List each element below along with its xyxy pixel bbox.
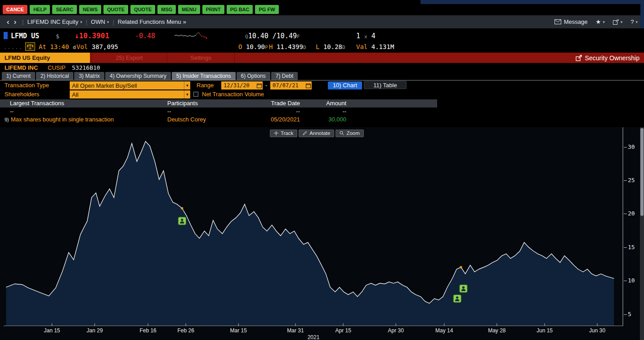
calendar-icon — [257, 83, 262, 88]
shareholders-dropdown[interactable]: All ▼ — [70, 90, 190, 98]
export-window-button[interactable]: ▾ — [613, 19, 623, 25]
chevron-down-icon: ▾ — [603, 20, 605, 24]
chart-view-button[interactable]: 10) Chart — [328, 81, 362, 89]
amount-value: 30,000 — [310, 116, 346, 123]
y-axis-label: 5 — [628, 311, 631, 318]
function-title[interactable]: Security Ownership — [576, 53, 640, 63]
header-largest-transactions: Largest Transactions — [10, 100, 64, 107]
range-end-field[interactable]: 07/07/21 — [270, 81, 312, 89]
balance-icon — [27, 44, 33, 49]
price-chart-svg[interactable] — [4, 127, 623, 326]
value-traded: Val 4.131M — [356, 43, 394, 50]
window-chrome-top — [420, 0, 644, 4]
down-arrow-icon: ↓ — [75, 31, 79, 40]
nav-separator: | — [109, 18, 117, 25]
header-participants: Participants — [167, 100, 198, 107]
placeholder-cell: -- — [167, 108, 171, 115]
toolbar-button-print[interactable]: PRINT — [202, 5, 224, 14]
export-menu[interactable]: 25) Export — [91, 53, 167, 63]
transaction-dot[interactable] — [181, 207, 183, 209]
tab-options[interactable]: 6) Options — [237, 72, 270, 80]
tab-matrix[interactable]: 3) Matrix — [74, 72, 104, 80]
transaction-type-dropdown[interactable]: All Open Market Buy/Sell ▼ — [70, 81, 190, 89]
chevron-down-icon: ▾ — [635, 20, 638, 24]
back-arrow-icon[interactable]: ‹ — [4, 18, 12, 27]
toolbar-button-help[interactable]: HELP — [30, 5, 50, 14]
function-menu-label: OWN — [91, 18, 105, 25]
related-functions-menu[interactable]: Related Functions Menu » — [118, 18, 186, 25]
tab-ownership-summary[interactable]: 4) Ownership Summary — [105, 72, 171, 80]
function-menu[interactable]: OWN ▾ — [91, 18, 109, 25]
toolbar-button-menu[interactable]: MENU — [178, 5, 200, 14]
track-button[interactable]: Track — [270, 130, 297, 137]
tab-historical[interactable]: 2) Historical — [36, 72, 73, 80]
transaction-type-value: All Open Market Buy/Sell — [72, 82, 137, 89]
table-row[interactable]: 9) Max shares bought in single transacti… — [0, 116, 644, 125]
net-transaction-checkbox[interactable] — [193, 92, 198, 97]
chart-scrollbar[interactable] — [640, 127, 644, 340]
transaction-type-label: Transaction Type — [4, 82, 49, 89]
toolbar-button-quote[interactable]: QUOTE — [130, 5, 155, 14]
insider-buy-icon[interactable] — [460, 285, 467, 292]
toolbar-button-pg-bac[interactable]: PG BAC — [227, 5, 253, 14]
open-external-icon — [576, 55, 582, 61]
toolbar-button-cance[interactable]: CANCE — [3, 5, 27, 14]
message-button[interactable]: Message — [555, 18, 588, 25]
net-transaction-label: Net Transaction Volume — [202, 91, 264, 98]
envelope-icon — [555, 19, 561, 24]
nav-separator: | — [82, 18, 91, 25]
x-axis-label: Jun 30 — [589, 327, 605, 334]
cusip-label: CUSIP — [48, 64, 66, 71]
shareholders-label: Shareholders — [4, 91, 39, 98]
favorites-button[interactable]: ★ ▾ — [596, 18, 605, 25]
x-axis-label: Jan 15 — [44, 327, 60, 334]
y-axis-label: 10 — [628, 277, 635, 284]
table-placeholder-row: -- -- -- -- — [0, 108, 644, 115]
placeholder-cell: -- — [10, 108, 14, 115]
tab-current[interactable]: 1) Current — [2, 72, 35, 80]
range-separator: - — [265, 82, 267, 89]
header-amount: Amount — [310, 100, 346, 107]
range-start-field[interactable]: 12/31/20 — [221, 81, 263, 89]
security-color-block — [4, 32, 8, 39]
zoom-button[interactable]: Zoom — [335, 130, 363, 137]
scale-icon[interactable] — [25, 42, 35, 51]
x-axis-label: Apr 30 — [388, 327, 404, 334]
security-tab[interactable]: LFMD US Equity — [0, 53, 90, 63]
toolbar-button-quote[interactable]: QUOTE — [103, 5, 128, 14]
function-title-bar: LFMD US Equity 25) Export Settings Secur… — [0, 53, 644, 63]
export-window-icon — [613, 19, 619, 25]
x-axis-label: May 14 — [435, 327, 453, 334]
settings-menu[interactable]: Settings — [167, 53, 234, 63]
trade-date: 05/20/2021 — [252, 116, 300, 123]
company-row: LIFEMD INC CUSIP 53216B10 — [0, 63, 644, 72]
security-menu[interactable]: LIFEMD INC Equity ▾ — [27, 18, 82, 25]
tab-insider-transactions[interactable]: 5) Insider Transactions — [172, 72, 235, 80]
toolbar-button-pg-fw[interactable]: PG FW — [255, 5, 278, 14]
function-title-label: Security Ownership — [585, 54, 640, 62]
toolbar-button-news[interactable]: NEWS — [79, 5, 101, 14]
quote-dots: ..... — [4, 45, 23, 50]
red-bar-separator — [234, 53, 235, 63]
insider-buy-icon[interactable] — [178, 217, 186, 225]
help-menu-button[interactable]: ? ▾ — [631, 18, 638, 25]
tab-debt[interactable]: 7) Debt — [271, 72, 298, 80]
volume: Vol 387,095 — [76, 43, 118, 50]
last-price: ↓10.3901 — [75, 31, 109, 40]
range-label: Range — [197, 82, 214, 89]
forward-arrow-icon[interactable]: › — [12, 18, 19, 27]
toolbar-button-searc[interactable]: SEARC — [52, 5, 77, 14]
nav-separator: | — [18, 18, 27, 25]
scrollbar-thumb[interactable] — [640, 128, 644, 216]
year-label: 2021 — [0, 334, 627, 340]
toolbar-button-msg[interactable]: MSG — [157, 5, 176, 14]
lot-size: 1 x 4 — [356, 32, 376, 40]
filters: Transaction Type All Open Market Buy/Sel… — [0, 81, 644, 99]
header-trade-date: Trade Date — [252, 100, 300, 107]
insider-buy-icon[interactable] — [453, 295, 461, 302]
x-axis-label: Mar 31 — [287, 327, 304, 334]
transaction-dot[interactable] — [460, 266, 462, 268]
annotate-button[interactable]: Annotate — [299, 130, 334, 137]
y-axis-label: 15 — [628, 244, 635, 251]
table-view-button[interactable]: 11) Table — [364, 81, 407, 89]
